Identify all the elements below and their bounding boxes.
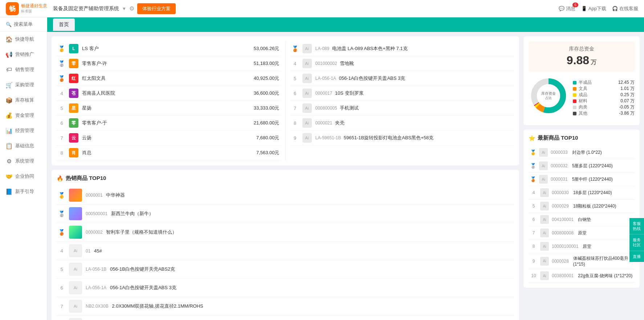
- hot-products-main-title: 🔥 热销商品 TOP10: [57, 175, 514, 182]
- sidebar-item-quick-nav[interactable]: 🏠 快捷导航: [0, 32, 47, 47]
- new-product-row: 🥈 Ai 0000032 5厘多层 (1220*2440): [529, 159, 635, 173]
- np-code: 0000033: [551, 150, 568, 155]
- legend-label: 半成品: [579, 79, 592, 86]
- legend-items: 半成品 12.45 万 文具 1.01 万 成品 0.25 万 材料 0.07 …: [573, 79, 635, 116]
- customer-avatar: 云: [69, 133, 78, 143]
- customer-name: 肖总: [82, 149, 253, 156]
- customer-amount: 51,183.00元: [254, 60, 280, 67]
- product-info: 000800005 手机测试: [315, 105, 513, 111]
- tag-icon: 🏷: [6, 66, 12, 73]
- hot-product-main-row: 🥇 0000001 中华神器: [57, 186, 514, 205]
- customer-row: 6 零 零售客户-于 21,680.00元: [57, 116, 281, 131]
- new-product-row: 9 Ai 0000028 体碱荔枝味苏打饮品400毫升 (1*15): [529, 253, 635, 269]
- product-info: LA-056-1A 056-1A白色按键开关盖ABS 3克: [315, 75, 513, 82]
- np-code: 0000031: [551, 177, 568, 182]
- chart-labels: 半成品 12.45 万 文具 1.01 万 成品 0.25 万 材料 0.07 …: [573, 79, 635, 116]
- rank-num: 8: [58, 150, 65, 156]
- fire-icon: 🔥: [57, 175, 64, 182]
- np-icon: Ai: [540, 271, 549, 280]
- hp-code: 0000001: [86, 193, 103, 198]
- settings-btn[interactable]: ⚙: [129, 5, 134, 12]
- np-icon: Ai: [539, 148, 548, 157]
- legend-color-box: [573, 81, 576, 85]
- system-dropdown-btn[interactable]: ▼: [122, 6, 126, 11]
- product-thumbnail: Ai: [69, 281, 82, 294]
- product-info: LA-089 电池盖 LA-089 ABS本色+黑种 7.1克: [315, 45, 513, 52]
- np-name: 原堂: [583, 243, 633, 250]
- new-product-row: 🥉 Ai 0000031 5厘中纤 (1220*2440): [529, 173, 635, 186]
- product-thumbnail: [69, 189, 82, 202]
- legend-color-box: [573, 93, 576, 97]
- inventory-header: 库存总资金 9.88 万: [529, 41, 635, 71]
- legend-value: 0.25 万: [620, 92, 635, 98]
- product-icon: Ai: [302, 59, 312, 68]
- np-name: 5厘中纤 (1220*2440): [572, 176, 633, 182]
- np-code: 0000032: [551, 163, 568, 168]
- customer-avatar: 星: [69, 103, 78, 113]
- sidebar-item-basic-info[interactable]: 📋 基础信息: [0, 138, 47, 153]
- np-name: 18多层 (1220*2440): [573, 190, 633, 196]
- customer-amount: 33,333.00元: [254, 105, 280, 111]
- np-icon: Ai: [540, 215, 549, 224]
- hot-products-right-rows: 🥉 Ai LA-089 电池盖 LA-089 ABS本色+黑种 7.1克 4 A…: [290, 41, 514, 145]
- legend-color-box: [573, 112, 576, 115]
- customer-row: 🥈 零 零售客户-许 51,183.00元: [57, 56, 281, 71]
- sidebar-item-corp-collab[interactable]: 🤝 企业协同: [0, 169, 47, 184]
- legend-item: 材料 0.07 万: [573, 98, 635, 104]
- legend-color-box: [573, 87, 576, 91]
- tab-home[interactable]: 首页: [53, 19, 75, 31]
- product-code: 0000017: [315, 91, 333, 96]
- hp-code: LA-056-1A: [86, 285, 106, 290]
- inventory-value: 9.88 万: [534, 54, 629, 67]
- float-btn-community[interactable]: 服务社区: [629, 234, 644, 251]
- online-service-btn[interactable]: 🎧 在线客服: [612, 5, 638, 12]
- system-name: 装备及固定资产辅助管理系统: [53, 5, 119, 12]
- product-info: 001000002 雪地靴: [315, 60, 513, 67]
- hot-product-right-row: 🥉 Ai LA-089 电池盖 LA-089 ABS本色+黑种 7.1克: [290, 41, 514, 56]
- silver-medal-icon: 🥈: [58, 60, 65, 67]
- product-code: LA-59651-1B: [315, 135, 341, 140]
- legend-label: 其他: [579, 110, 587, 116]
- product-icon: Ai: [302, 118, 312, 128]
- sidebar-item-purchase[interactable]: 🛒 采购管理: [0, 77, 47, 93]
- np-name: 18颗粒板 (1220*2440): [573, 203, 633, 209]
- donut-chart: 库存资金 占比: [529, 76, 568, 116]
- sidebar-item-finance[interactable]: 💰 资金管理: [0, 108, 47, 123]
- np-code: 0000029: [552, 204, 569, 209]
- sidebar-item-marketing[interactable]: 📢 营销推广: [0, 47, 47, 62]
- hp-info: 0000001 中华神器: [86, 192, 513, 198]
- app-download-btn[interactable]: 📱 App下载: [581, 5, 606, 12]
- rank-num: 4: [58, 91, 65, 96]
- np-icon: Ai: [540, 202, 549, 210]
- sidebar-item-operations[interactable]: 📊 经营管理: [0, 123, 47, 138]
- content-area: 首页 🥇 L LS 客户 53,006.26元 🥈 零 零售客户-许 51,18…: [47, 17, 644, 320]
- trial-btn[interactable]: 体验行业方案: [137, 3, 176, 14]
- sidebar-item-inventory[interactable]: 📦 库存核算: [0, 93, 47, 108]
- sidebar-item-guide[interactable]: 📘 新手引导: [0, 184, 47, 199]
- float-btn-live[interactable]: 直播: [629, 251, 644, 262]
- hp-code: 000500001: [86, 211, 107, 216]
- product-icon: Ai: [302, 74, 312, 83]
- legend-value: 0.07 万: [620, 98, 635, 104]
- clipboard-icon: 📋: [6, 143, 12, 149]
- product-icon: Ai: [302, 133, 312, 143]
- new-product-row: 7 Ai 000800008 原堂: [529, 226, 635, 240]
- sidebar-item-sys-mgmt[interactable]: ⚙ 系统管理: [0, 153, 47, 169]
- hp-info: LA-056-1A 056-1A白色按键开关盖ABS 3克: [86, 284, 513, 291]
- gear-icon: ⚙: [6, 158, 12, 164]
- hp-code: NB2.0X30B: [86, 304, 109, 309]
- sidebar-item-sales[interactable]: 🏷 销售管理: [0, 62, 47, 77]
- hot-product-main-row: 🥉 0000002 智利车子里（规格不知道填什么）: [57, 223, 514, 242]
- customer-row: 🥇 L LS 客户 53,006.26元: [57, 41, 281, 56]
- hot-product-main-row: 7 Ai NB2.0X30B 2.0X30MM双搓花轴,搓花直径2.1MM/RO…: [57, 297, 514, 316]
- customer-name: 苍南县人民医院: [82, 90, 250, 97]
- product-name: 59651-1B旋转投影灯电池盒ABS黑色+58克: [344, 135, 433, 140]
- float-btn-service[interactable]: 客服热线: [629, 218, 644, 235]
- hot-products-main-rows: 🥇 0000001 中华神器 🥈 000500001 新西兰牛肉（新牛） 🥉 0…: [57, 186, 514, 320]
- search-menu[interactable]: 🔍 搜索菜单: [0, 17, 47, 32]
- hp-info: NB2.0X30B 2.0X30MM双搓花轴,搓花直径2.1MM/ROHS: [86, 303, 513, 309]
- message-btn[interactable]: 💬 消息 6: [559, 5, 575, 12]
- hot-product-main-row: 8 Ai 0000011 12070519-xs: [57, 316, 514, 320]
- logo-text: 畅捷通好生意: [21, 3, 47, 8]
- product-code: 0000021: [315, 120, 333, 126]
